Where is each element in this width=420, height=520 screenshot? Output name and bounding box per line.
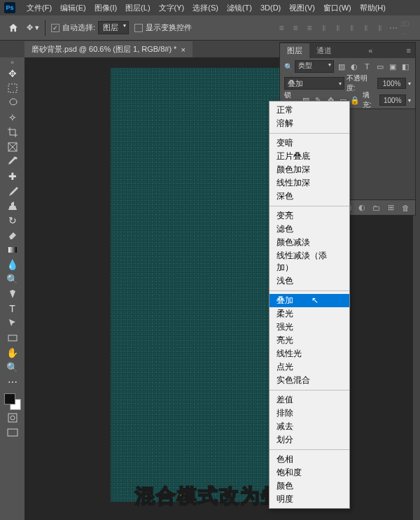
frame-tool[interactable] [4,139,21,154]
adjustment-layer-icon[interactable]: ◐ [356,202,367,213]
blend-item-luminosity[interactable]: 明度 [270,493,349,506]
magic-wand-tool[interactable]: ✧ [4,110,21,125]
menu-layer[interactable]: 图层(L) [121,3,154,13]
dodge-tool[interactable]: 🔍 [4,272,21,286]
rectangle-tool[interactable] [4,330,21,345]
filter-toggle-icon[interactable]: ◧ [400,61,411,72]
blend-item-color-burn[interactable]: 颜色加深 [270,163,349,176]
close-tab-icon[interactable]: × [181,45,185,54]
quick-mask-icon[interactable] [4,410,21,425]
show-transform-checkbox[interactable] [134,24,143,32]
blend-item-saturation[interactable]: 饱和度 [270,466,349,479]
blend-item-exclusion[interactable]: 排除 [270,407,349,420]
blend-item-lighter-color[interactable]: 浅色 [270,274,349,288]
menu-select[interactable]: 选择(S) [188,3,223,13]
opacity-field[interactable]: 100% [377,78,406,89]
blend-item-normal[interactable]: 正常 [270,104,349,117]
marquee-tool[interactable] [4,80,21,95]
menu-window[interactable]: 窗口(W) [319,3,356,13]
blend-item-hard-light[interactable]: 强光 [270,321,349,334]
move-tool[interactable]: ✥ [4,66,21,80]
menu-help[interactable]: 帮助(H) [356,3,390,13]
move-tool-indicator[interactable]: ✥ ▾ [27,23,39,32]
blend-item-subtract[interactable]: 减去 [270,420,349,433]
show-transform-group[interactable]: 显示变换控件 [134,22,192,33]
align-top-icon[interactable]: ⫴ [316,21,330,35]
menu-3d[interactable]: 3D(D) [256,3,285,12]
auto-select-dropdown[interactable]: 图层 [98,21,129,34]
gradient-tool[interactable] [4,242,21,257]
blend-item-lighten[interactable]: 变亮 [270,209,349,223]
edit-toolbar-icon[interactable]: ⋯ [4,374,21,389]
blend-item-vivid-light[interactable]: 亮光 [270,334,349,347]
distribute-v-icon[interactable]: ⫴ [372,21,386,35]
menu-view[interactable]: 视图(V) [285,3,319,13]
lock-all-icon[interactable]: 🔒 [350,94,360,106]
history-brush-tool[interactable]: ↻ [4,213,21,227]
more-options-icon[interactable]: ⋯ [386,21,400,35]
blend-item-color-dodge[interactable]: 颜色减淡 [270,236,349,249]
lasso-tool[interactable] [4,95,21,110]
panel-collapse-icon[interactable]: « [364,46,377,55]
align-center-icon[interactable]: ≡ [288,21,302,35]
menu-edit[interactable]: 编辑(E) [56,3,90,13]
blend-item-color[interactable]: 颜色 [270,479,349,493]
blend-item-linear-dodge[interactable]: 线性减淡（添加） [270,249,349,274]
screen-mode-icon[interactable] [4,425,21,440]
delete-layer-icon[interactable]: 🗑 [400,202,411,213]
blend-item-darker-color[interactable]: 深色 [270,190,349,203]
healing-brush-tool[interactable]: ✚ [4,169,21,183]
foreground-color[interactable] [4,393,15,405]
filter-shape-icon[interactable]: ▭ [374,61,385,72]
zoom-tool[interactable]: 🔍 [4,360,21,374]
blend-item-pin-light[interactable]: 点光 [270,360,349,374]
document-tab[interactable]: 磨砂背景.psd @ 60.6% (图层 1, RGB/8#) * × [24,41,192,57]
clone-stamp-tool[interactable] [4,198,21,213]
menu-filter[interactable]: 滤镜(T) [223,3,256,13]
blend-item-multiply[interactable]: 正片叠底 [270,150,349,163]
opacity-chevron-icon[interactable]: ▾ [408,80,411,87]
fill-chevron-icon[interactable]: ▾ [408,97,411,104]
align-left-icon[interactable]: ≡ [274,21,288,35]
auto-select-checkbox[interactable]: ✓ [51,24,59,32]
tab-channels[interactable]: 通道 [309,43,339,58]
home-icon[interactable] [6,20,21,36]
blend-item-overlay[interactable]: 叠加↖ [270,294,349,307]
fill-field[interactable]: 100% [379,94,406,106]
filter-adjust-icon[interactable]: ◐ [349,61,359,72]
eyedropper-tool[interactable] [4,154,21,169]
brush-tool[interactable] [4,183,21,198]
hand-tool[interactable]: ✋ [4,345,21,360]
filter-pixel-icon[interactable]: ▨ [336,61,346,72]
blend-item-soft-light[interactable]: 柔光 [270,307,349,321]
toolbox-expand-icon[interactable]: » [8,59,17,66]
align-right-icon[interactable]: ≡ [302,21,316,35]
panel-menu-icon[interactable]: ≡ [402,46,415,55]
blend-item-hue[interactable]: 色相 [270,453,349,466]
layer-filter-dropdown[interactable]: 类型 [295,60,334,73]
filter-smart-icon[interactable]: ▣ [387,61,398,72]
group-icon[interactable]: 🗀 [371,202,382,213]
blend-item-hard-mix[interactable]: 实色混合 [270,374,349,387]
blur-tool[interactable]: 💧 [4,257,21,272]
menu-file[interactable]: 文件(F) [22,3,56,13]
align-middle-icon[interactable]: ⫴ [330,21,344,35]
align-bottom-icon[interactable]: ⫴ [344,21,358,35]
blend-item-dissolve[interactable]: 溶解 [270,117,349,130]
blend-mode-dropdown[interactable]: 叠加 [284,77,344,90]
auto-select-group[interactable]: ✓ 自动选择: 图层 [51,21,129,34]
blend-item-darken[interactable]: 变暗 [270,136,349,150]
filter-type-icon[interactable]: T [362,61,372,72]
blend-item-linear-burn[interactable]: 线性加深 [270,176,349,190]
color-swatches[interactable] [4,393,21,410]
blend-item-screen[interactable]: 滤色 [270,223,349,236]
new-layer-icon[interactable]: ⊞ [386,202,396,213]
crop-tool[interactable] [4,125,21,139]
pen-tool[interactable] [4,286,21,301]
eraser-tool[interactable] [4,227,21,242]
blend-item-difference[interactable]: 差值 [270,393,349,407]
distribute-h-icon[interactable]: ⫴ [358,21,372,35]
path-select-tool[interactable] [4,316,21,330]
menu-image[interactable]: 图像(I) [90,3,121,13]
tab-layers[interactable]: 图层 [280,43,309,58]
